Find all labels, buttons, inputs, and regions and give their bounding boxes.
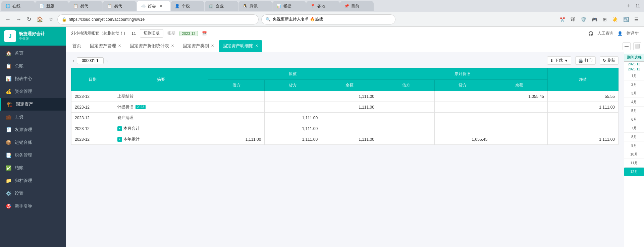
window-buttons: — ⬜: [623, 42, 641, 50]
next-page-button[interactable]: ›: [105, 57, 109, 64]
period-month-8[interactable]: 8月: [624, 133, 644, 141]
header-right: 🎧 人工咨询 👤 徐译华: [588, 30, 639, 36]
period-month-10[interactable]: 10月: [624, 150, 644, 159]
sidebar-item-结账[interactable]: ✅结账: [0, 162, 66, 174]
prev-page-button[interactable]: ‹: [71, 57, 75, 64]
tab-close-4[interactable]: ✕: [159, 4, 162, 8]
refresh-button[interactable]: ↻ 刷新: [600, 56, 619, 65]
period-panel: 期间选择 2023.12 2023.12 1月2月3月4月5月6月7月8月9月1…: [624, 52, 644, 247]
cell-orig-credit-3: 1,111.00: [265, 123, 321, 134]
page-tab-close-4[interactable]: ✕: [255, 44, 258, 48]
undo-icon[interactable]: ↩️: [622, 15, 630, 23]
translate-icon[interactable]: 译: [569, 15, 577, 24]
browser-tab-5[interactable]: 👤个税: [171, 1, 204, 11]
pager-value[interactable]: 000001 1: [77, 57, 104, 64]
period-month-6[interactable]: 6月: [624, 115, 644, 124]
cell-orig-credit-2: 1,111.00: [265, 113, 321, 123]
extension-icon[interactable]: 🛡️: [579, 15, 588, 23]
sidebar-item-进销台账[interactable]: 📦进销台账: [0, 136, 66, 149]
cell-accum-credit-4: 1,055.45: [434, 134, 491, 145]
browser-tab-6[interactable]: 🏢企业: [205, 1, 238, 11]
menu-icon[interactable]: ☰: [633, 15, 640, 23]
maximize-button[interactable]: ⬜: [633, 42, 641, 50]
switch-version-button[interactable]: 切到旧版: [140, 29, 163, 38]
page-tab-0[interactable]: 首页: [68, 40, 85, 52]
cell-accum-balance-3: [491, 123, 548, 134]
period-month-5[interactable]: 5月: [624, 107, 644, 115]
table-row-2: 2023-12 资产清理 1,111.00: [71, 113, 619, 123]
page-tab-3[interactable]: 固定资产类别✕: [179, 40, 218, 52]
sidebar-item-总账[interactable]: 📋总账: [0, 60, 66, 72]
table-row-4: 2023-12 +本年累计 1,111.00 1,111.00 1,111.00…: [71, 134, 619, 145]
grid-icon[interactable]: ⊞: [601, 15, 608, 23]
help-btn[interactable]: 人工咨询: [597, 30, 613, 36]
sidebar-nav: 🏠首页📋总账📊报表中心💰资金管理🏗️固定资产💼工资🧾发票管理📦进销台账📑税务管理…: [0, 46, 66, 247]
sidebar: J 畅捷通好会计 专业版 🏠首页📋总账📊报表中心💰资金管理🏗️固定资产💼工资🧾发…: [0, 27, 66, 247]
period-month-9[interactable]: 9月: [624, 141, 644, 150]
sidebar-label-1: 总账: [15, 63, 23, 69]
sidebar-item-新手引导[interactable]: 🎯新手引导: [0, 200, 66, 212]
period-month-7[interactable]: 7月: [624, 124, 644, 133]
address-bar-row: ← → ↻ 🏠 ☆ 🔒 https://cloud.chanjet.com/ac…: [0, 12, 644, 27]
brightness-icon[interactable]: ☀️: [611, 15, 619, 23]
search-box[interactable]: 🔍 央视更新主持人名单 🔥热搜: [261, 14, 395, 24]
calendar-icon[interactable]: 📅: [202, 31, 207, 36]
period-month-4[interactable]: 4月: [624, 98, 644, 107]
app-header: 刘小艳演示账套（勿删勿动！） 11 切到旧版 账期 2023-12 📅 🎧 人工…: [66, 27, 644, 40]
game-icon[interactable]: 🎮: [590, 15, 599, 23]
browser-tab-1[interactable]: 📄新版: [35, 1, 69, 11]
page-tab-close-3[interactable]: ✕: [211, 44, 214, 48]
accum-balance: 余额: [491, 80, 548, 91]
table-row-0: 2023-12 上期结转 1,111.00 1,055.45 55.55: [71, 91, 619, 102]
browser-tab-4[interactable]: ☁️好会✕: [137, 1, 170, 11]
sidebar-item-归档管理[interactable]: 📁归档管理: [0, 174, 66, 187]
page-tab-1[interactable]: 固定资产管理✕: [86, 40, 125, 52]
reload-button[interactable]: ↻: [25, 15, 33, 24]
user-btn[interactable]: 徐译华: [627, 30, 639, 36]
scissors-icon[interactable]: ✂️: [558, 15, 567, 23]
browser-tab-8[interactable]: 📊畅捷: [272, 1, 306, 11]
accum-credit: 贷方: [434, 80, 491, 91]
print-button[interactable]: 🖨️ 打印: [575, 56, 596, 65]
cell-accum-debit-3: [378, 123, 434, 134]
sidebar-item-工资[interactable]: 💼工资: [0, 111, 66, 123]
period-month-3[interactable]: 3月: [624, 89, 644, 98]
browser-tab-7[interactable]: 🐧腾讯: [238, 1, 272, 11]
back-button[interactable]: ←: [4, 15, 12, 24]
sidebar-label-12: 新手引导: [15, 203, 32, 209]
period-month-2[interactable]: 2月: [624, 80, 644, 89]
sidebar-icon-11: ⚙️: [5, 191, 11, 196]
sidebar-item-资金管理[interactable]: 💰资金管理: [0, 85, 66, 98]
bookmark-button[interactable]: ☆: [47, 15, 55, 24]
minimize-button[interactable]: —: [623, 42, 631, 50]
forward-button[interactable]: →: [15, 15, 23, 24]
browser-tab-9[interactable]: 📍各地: [306, 1, 340, 11]
sidebar-item-设置[interactable]: ⚙️设置: [0, 187, 66, 200]
sidebar-label-10: 归档管理: [15, 178, 32, 184]
sidebar-item-首页[interactable]: 🏠首页: [0, 47, 66, 60]
address-bar[interactable]: 🔒 https://cloud.chanjet.com/accounting/u…: [57, 14, 259, 24]
sidebar-item-发票管理[interactable]: 🧾发票管理: [0, 123, 66, 136]
period-month-12[interactable]: 12月: [624, 168, 644, 176]
download-button[interactable]: ⬇ 下载 ▼: [547, 56, 571, 65]
refresh-icon: ↻: [603, 58, 606, 63]
accum-debit: 借方: [378, 80, 434, 91]
sidebar-item-税务管理[interactable]: 📑税务管理: [0, 149, 66, 162]
browser-tab-2[interactable]: 📋易代: [69, 1, 103, 11]
page-tab-close-1[interactable]: ✕: [118, 44, 121, 48]
page-tab-close-2[interactable]: ✕: [171, 44, 174, 48]
browser-tab-3[interactable]: 📋易代: [103, 1, 137, 11]
period-month-11[interactable]: 11月: [624, 159, 644, 168]
cell-net-value-0: 55.55: [548, 91, 619, 102]
page-tab-4[interactable]: 固定资产明细账✕: [219, 40, 262, 52]
period-month-1[interactable]: 1月: [624, 72, 644, 80]
home-button[interactable]: 🏠: [35, 15, 45, 24]
sidebar-icon-9: ✅: [5, 165, 11, 171]
new-tab-button[interactable]: +: [625, 3, 633, 10]
browser-tab-10[interactable]: 📌目前: [340, 1, 374, 11]
page-tab-2[interactable]: 固定资产折旧统计表✕: [126, 40, 178, 52]
sidebar-item-报表中心[interactable]: 📊报表中心: [0, 72, 66, 85]
sidebar-item-固定资产[interactable]: 🏗️固定资产: [0, 98, 66, 111]
browser-tab-0[interactable]: 🌐在线: [1, 1, 35, 11]
row-icon: +: [117, 137, 122, 142]
